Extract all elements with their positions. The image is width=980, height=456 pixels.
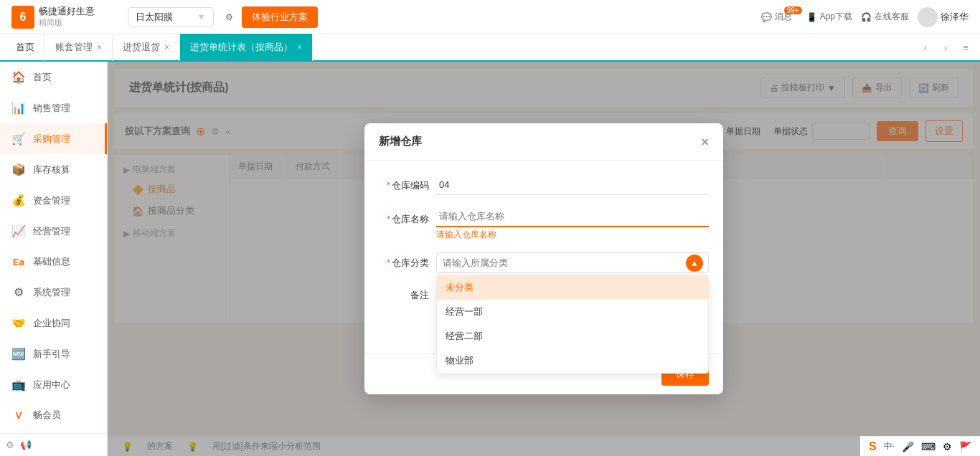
operations-icon: 📈: [11, 224, 26, 238]
select-arrow-btn[interactable]: ▲: [686, 255, 703, 272]
sidebar-item-purchase[interactable]: 🛒 采购管理: [0, 123, 107, 154]
zh-icon: 中·: [884, 440, 895, 452]
warehouse-code-label: 仓库编码: [379, 175, 436, 192]
system-icon: ⚙: [11, 285, 26, 299]
tab-right-controls: ‹ › ≡: [917, 39, 980, 56]
dialog-body: 仓库编码 仓库名称 请输入仓库名称: [364, 161, 723, 353]
top-header: 6 畅捷通好生意 精简版 日太阳膜 ▼ ⚙ 体验行业方案 💬 消息 99+ 📱 …: [0, 0, 980, 34]
sidebar-item-guide[interactable]: 🆕 新手引导: [0, 338, 107, 369]
brand-text: 畅捷通好生意 精简版: [39, 6, 95, 28]
sidebar-bottom: ⚙ 📢: [0, 433, 107, 456]
dropdown-item-property[interactable]: 物业部: [437, 348, 708, 373]
message-icon: 💬: [761, 12, 772, 22]
dialog-close-btn[interactable]: ×: [701, 136, 709, 148]
dropdown-item-ops1[interactable]: 经营一部: [437, 300, 708, 324]
basic-info-icon: Ea: [11, 257, 26, 267]
message-btn[interactable]: 💬 消息 99+: [755, 11, 798, 23]
warehouse-code-input[interactable]: [436, 175, 709, 195]
warehouse-name-row: 仓库名称 请输入仓库名称: [379, 206, 709, 241]
purchase-icon: 🛒: [11, 132, 26, 146]
warehouse-name-error: 请输入仓库名称: [436, 229, 709, 241]
dropdown-item-ops2[interactable]: 经营二部: [437, 324, 708, 348]
tab-prev-btn[interactable]: ‹: [917, 39, 934, 56]
avatar: [918, 7, 938, 27]
global-bottom-bar: S 中· 🎤 ⌨ ⚙ 🚩: [860, 436, 980, 456]
settings-bottom-icon[interactable]: ⚙: [6, 440, 14, 450]
home-tab-label: 首页: [16, 41, 34, 54]
enterprise-icon: 🤝: [11, 316, 26, 330]
keyboard-icon[interactable]: ⌨: [921, 441, 936, 452]
sidebar-item-capital[interactable]: 💰 资金管理: [0, 185, 107, 216]
store-selector[interactable]: 日太阳膜 ▼: [128, 7, 214, 27]
settings-btn[interactable]: ⚙: [225, 12, 233, 22]
tab-menu-btn[interactable]: ≡: [957, 39, 974, 56]
capital-icon: 💰: [11, 194, 26, 207]
mic-icon[interactable]: 🎤: [902, 441, 914, 452]
headset-icon: 🎧: [861, 12, 872, 22]
dialog-header: 新增仓库 ×: [364, 123, 723, 161]
store-dropdown-icon: ▼: [197, 11, 206, 22]
user-area[interactable]: 徐泽华: [918, 7, 969, 27]
warehouse-type-label: 仓库分类: [379, 252, 436, 270]
sales-icon: 📊: [11, 101, 26, 115]
sidebar-item-sales[interactable]: 📊 销售管理: [0, 92, 107, 123]
tab-accounts-close[interactable]: ×: [97, 42, 102, 52]
tab-next-btn[interactable]: ›: [937, 39, 954, 56]
content-area: 进货单统计(按商品) 🖨 按模板打印 ▼ 📤 导出 🔄 刷新: [108, 62, 980, 456]
tab-accounts[interactable]: 账套管理 ×: [45, 34, 113, 61]
settings-icon2[interactable]: ⚙: [943, 441, 952, 452]
warehouse-type-dropdown: 未分类 经营一部 经营二部 物业部: [436, 275, 709, 374]
top-actions: 💬 消息 99+ 📱 App下载 🎧 在线客服 徐泽华: [755, 7, 969, 27]
warehouse-code-row: 仓库编码: [379, 175, 709, 195]
tab-home[interactable]: 首页: [6, 34, 45, 61]
member-icon: V: [11, 410, 26, 421]
inventory-icon: 📦: [11, 163, 26, 176]
app-logo: 6: [11, 6, 34, 29]
guide-icon: 🆕: [11, 347, 26, 361]
warehouse-name-input[interactable]: [436, 206, 709, 227]
phone-icon: 📱: [806, 12, 817, 22]
dropdown-item-uncategorized[interactable]: 未分类: [437, 275, 708, 300]
app-download-btn[interactable]: 📱 App下载: [806, 11, 852, 23]
tab-purchase-stats-close[interactable]: ×: [297, 42, 302, 52]
home-icon: 🏠: [11, 70, 26, 84]
online-service-btn[interactable]: 🎧 在线客服: [861, 11, 909, 23]
speaker-icon[interactable]: 📢: [20, 440, 32, 450]
warehouse-name-label: 仓库名称: [379, 209, 436, 226]
sidebar-item-member[interactable]: V 畅会员: [0, 400, 107, 430]
tab-returns-close[interactable]: ×: [164, 42, 169, 52]
notes-label: 备注: [379, 285, 436, 302]
logo-area: 6 畅捷通好生意 精简版: [11, 6, 119, 29]
sidebar-item-operations[interactable]: 📈 经营管理: [0, 216, 107, 247]
sidebar-item-apps[interactable]: 📺 应用中心: [0, 369, 107, 400]
tab-purchase-stats[interactable]: 进货单统计表（按商品） ×: [180, 34, 313, 61]
modal-overlay: 新增仓库 × 仓库编码 仓库名称: [108, 62, 980, 456]
flag-icon[interactable]: 🚩: [959, 441, 971, 452]
warehouse-type-input[interactable]: [436, 252, 709, 273]
dialog-title: 新增仓库: [379, 135, 422, 148]
sidebar-item-enterprise[interactable]: 🤝 企业协同: [0, 308, 107, 338]
sidebar-item-inventory[interactable]: 📦 库存核算: [0, 154, 107, 185]
sidebar: 🏠 首页 📊 销售管理 🛒 采购管理 📦 库存核算 💰 资金管理 📈 经营管理 …: [0, 62, 108, 456]
sidebar-item-basic[interactable]: Ea 基础信息: [0, 247, 107, 277]
warehouse-type-select-wrap: ▲ 未分类 经营一部 经营二部 物业部: [436, 252, 709, 273]
tab-returns[interactable]: 进货退货 ×: [113, 34, 180, 61]
apps-icon: 📺: [11, 378, 26, 391]
warehouse-type-row: 仓库分类 ▲ 未分类 经营一部 经营二部 物业部: [379, 252, 709, 273]
trial-button[interactable]: 体验行业方案: [242, 6, 318, 28]
s-logo: S: [869, 440, 877, 453]
sidebar-item-home[interactable]: 🏠 首页: [0, 62, 107, 92]
new-warehouse-dialog: 新增仓库 × 仓库编码 仓库名称: [364, 123, 723, 394]
sidebar-item-system[interactable]: ⚙ 系统管理: [0, 277, 107, 308]
tab-bar: 首页 账套管理 × 进货退货 × 进货单统计表（按商品） × ‹ › ≡: [0, 34, 980, 62]
main-layout: 🏠 首页 📊 销售管理 🛒 采购管理 📦 库存核算 💰 资金管理 📈 经营管理 …: [0, 62, 980, 456]
